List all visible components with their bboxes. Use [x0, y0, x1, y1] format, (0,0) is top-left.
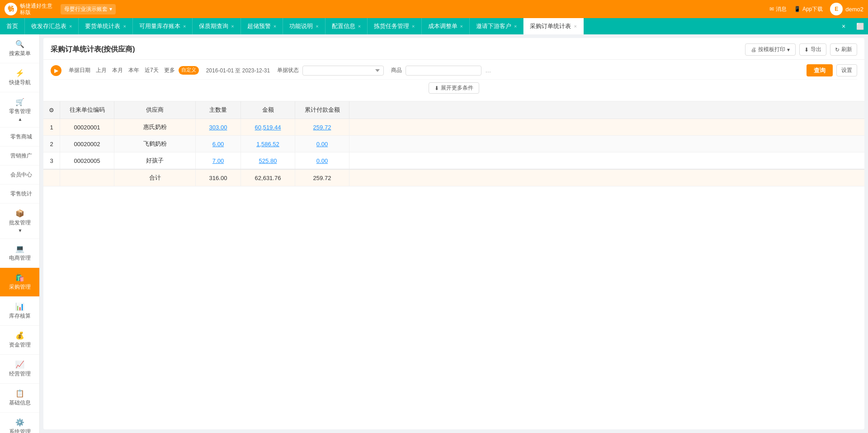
restore-tab-btn[interactable]: ⬜	[852, 18, 868, 34]
close-icon[interactable]: ×	[231, 24, 234, 29]
sidebar-item-wholesale[interactable]: 📦 批发管理 ▼	[0, 204, 39, 239]
close-icon[interactable]: ×	[69, 24, 72, 29]
row2-supplier: 飞鹤奶粉	[114, 136, 196, 152]
sidebar-item-quicknav[interactable]: ⚡ 快捷导航	[0, 63, 39, 92]
row1-qty-link[interactable]: 303.00	[209, 124, 227, 131]
settings-button[interactable]: 设置	[836, 64, 857, 76]
row1-no: 1	[43, 119, 60, 136]
app-download-action[interactable]: 📱 App下载	[794, 5, 823, 13]
date-tag[interactable]: 自定义	[179, 66, 199, 75]
user-area[interactable]: E demo2	[830, 3, 863, 15]
table-row: 3 00020005 好孩子 7.00 525.80 0.00	[43, 152, 864, 170]
row1-supplier: 惠氏奶粉	[114, 119, 196, 136]
logo-text: 畅捷通好生意 标版	[20, 3, 52, 16]
tab-peizhi[interactable]: 配置信息 ×	[326, 18, 368, 34]
goods-input[interactable]	[406, 66, 481, 76]
close-icon[interactable]: ×	[183, 24, 186, 29]
content-area: 采购订单统计表(按供应商) 🖨 按模板打印 ▾ ⬇ 导出 ↻ 刷新	[40, 34, 868, 433]
tab-chengben[interactable]: 成本调整单 ×	[422, 18, 470, 34]
status-filter-group: 单据状态	[277, 66, 384, 76]
row3-amount-link[interactable]: 525.80	[259, 157, 277, 164]
sidebar-item-marketing[interactable]: 营销推广	[0, 147, 39, 166]
row3-paid-link[interactable]: 0.00	[316, 157, 328, 164]
row3-qty-link[interactable]: 7.00	[212, 157, 224, 164]
row1-amount-link[interactable]: 60,519.44	[255, 124, 281, 131]
footer-paid: 259.72	[295, 169, 349, 186]
row1-extra	[349, 119, 865, 136]
table-row: 1 00020001 惠氏奶粉 303.00 60,519.44 259.72	[43, 119, 864, 136]
status-select[interactable]	[302, 66, 384, 76]
table-area: ⚙ 往来单位编码 供应商 主数量 金额 累计付款金额 1 00020001	[43, 101, 864, 429]
page-content: 采购订单统计表(按供应商) 🖨 按模板打印 ▾ ⬇ 导出 ↻ 刷新	[43, 38, 864, 429]
tab-keyongliang[interactable]: 可用量库存账本 ×	[133, 18, 193, 34]
close-icon[interactable]: ×	[274, 24, 276, 29]
sidebar-item-finance[interactable]: 💰 资金管理	[0, 326, 39, 355]
sidebar-item-retail[interactable]: 🛒 零售管理 ▲	[0, 92, 39, 128]
row2-qty-link[interactable]: 6.00	[212, 141, 224, 148]
close-icon[interactable]: ×	[574, 24, 576, 29]
export-button[interactable]: ⬇ 导出	[799, 43, 826, 56]
filter-toggle-btn[interactable]: ▶	[51, 65, 61, 76]
tab-caigou-active[interactable]: 采购订单统计表 ×	[524, 18, 583, 34]
row2-amount-link[interactable]: 1,586.52	[256, 141, 279, 148]
sidebar-item-ecommerce[interactable]: 💻 电商管理	[0, 239, 39, 268]
close-icon[interactable]: ×	[123, 24, 126, 29]
row1-paid-link[interactable]: 259.72	[313, 124, 331, 131]
sidebar-item-operations[interactable]: 📈 经营管理	[0, 355, 39, 384]
page-title: 采购订单统计表(按供应商)	[51, 45, 135, 54]
purchase-icon: 🛍️	[15, 273, 24, 282]
template-print-button[interactable]: 🖨 按模板打印 ▾	[745, 43, 796, 56]
workspace-selector[interactable]: 母婴行业演示账套 ▾	[61, 4, 116, 14]
filter-area: ▶ 单据日期 上月 本月 本年 近7天 更多 自定义 2016-01-01 至 …	[43, 60, 864, 101]
settings-col-header[interactable]: ⚙	[43, 101, 60, 119]
inventory-icon: 📊	[15, 302, 24, 311]
nav-controls: × ⬜	[835, 18, 868, 34]
expand-more-button[interactable]: ⬇ 展开更多条件	[429, 82, 479, 94]
tab-home[interactable]: 首页	[0, 18, 25, 34]
message-action[interactable]: ✉ 消息	[769, 5, 787, 13]
query-button[interactable]: 查询	[807, 64, 833, 76]
close-icon[interactable]: ×	[460, 24, 463, 29]
shortcut-last-month[interactable]: 上月	[94, 66, 108, 75]
row1-paid: 259.72	[295, 119, 349, 136]
footer-label: 合计	[114, 169, 196, 186]
close-tab-btn[interactable]: ×	[835, 18, 852, 34]
row2-paid-link[interactable]: 0.00	[316, 141, 328, 148]
refresh-button[interactable]: ↻ 刷新	[830, 43, 857, 56]
sidebar-item-purchase[interactable]: 🛍️ 采购管理	[0, 268, 39, 297]
sidebar-item-mall[interactable]: 零售商城	[0, 128, 39, 147]
footer-qty: 316.00	[196, 169, 241, 186]
tab-yaohuodan[interactable]: 要货单统计表 ×	[79, 18, 132, 34]
avatar: E	[830, 3, 843, 15]
row3-paid: 0.00	[295, 152, 349, 170]
close-icon[interactable]: ×	[514, 24, 517, 29]
tab-chaochu[interactable]: 超储预警 ×	[241, 18, 283, 34]
tab-jianhuo[interactable]: 拣货任务管理 ×	[368, 18, 421, 34]
goods-label: 商品	[391, 67, 402, 74]
tab-shoufacun[interactable]: 收发存汇总表 ×	[25, 18, 79, 34]
goods-more-icon[interactable]: …	[485, 67, 491, 74]
top-bar: 畅 畅捷通好生意 标版 母婴行业演示账套 ▾ ✉ 消息 📱 App下载 E de…	[0, 0, 868, 18]
close-icon[interactable]: ×	[316, 24, 318, 29]
sidebar-item-inventory[interactable]: 📊 库存核算	[0, 297, 39, 326]
row1-amount: 60,519.44	[241, 119, 295, 136]
row1-qty: 303.00	[196, 119, 241, 136]
close-icon[interactable]: ×	[358, 24, 361, 29]
sidebar-item-member[interactable]: 会员中心	[0, 166, 39, 185]
logo-icon: 畅	[5, 3, 17, 15]
filter-more-row: ⬇ 展开更多条件	[51, 79, 857, 96]
tab-baozhi[interactable]: 保质期查询 ×	[193, 18, 241, 34]
ecommerce-icon: 💻	[15, 244, 24, 253]
shortcut-7days[interactable]: 近7天	[143, 66, 160, 75]
sidebar-item-retail-stats[interactable]: 零售统计	[0, 185, 39, 204]
tab-gongneng[interactable]: 功能说明 ×	[283, 18, 325, 34]
sidebar-item-search[interactable]: 🔍 搜索菜单	[0, 34, 39, 63]
sidebar-item-system[interactable]: ⚙️ 系统管理	[0, 413, 39, 433]
shortcut-this-year[interactable]: 本年	[127, 66, 141, 75]
tab-yaoqing[interactable]: 邀请下游客户 ×	[470, 18, 524, 34]
shortcut-this-month[interactable]: 本月	[110, 66, 125, 75]
shortcut-more[interactable]: 更多	[162, 66, 177, 75]
sidebar-item-basic-info[interactable]: 📋 基础信息	[0, 384, 39, 413]
col-qty-header: 主数量	[196, 101, 241, 119]
close-icon[interactable]: ×	[412, 24, 415, 29]
